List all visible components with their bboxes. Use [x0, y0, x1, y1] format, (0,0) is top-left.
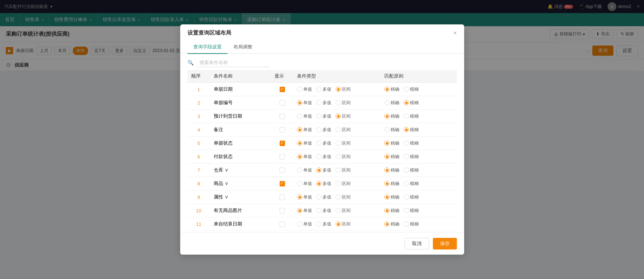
modal-overlay: 设置查询区域布局 × 查询字段设置 布局调整 🔍 顺序 条件名称 显示 条件类型	[0, 0, 644, 71]
search-input[interactable]	[197, 58, 269, 67]
modal-table-wrap: 顺序 条件名称 显示 条件类型 匹配原则 1单据日期单值多值区间精确模糊2单据编…	[180, 70, 464, 71]
conditions-table: 顺序 条件名称 显示 条件类型 匹配原则 1单据日期单值多值区间精确模糊2单据编…	[187, 70, 457, 71]
th-match: 匹配原则	[381, 70, 457, 71]
table-header-row: 顺序 条件名称 显示 条件类型 匹配原则	[187, 70, 457, 71]
tab-query-fields[interactable]: 查询字段设置	[187, 41, 228, 54]
modal-close-btn[interactable]: ×	[453, 30, 457, 36]
th-type: 条件类型	[293, 70, 381, 71]
modal-header: 设置查询区域布局 ×	[180, 24, 464, 36]
tab-layout-adjust[interactable]: 布局调整	[228, 41, 258, 54]
settings-modal: 设置查询区域布局 × 查询字段设置 布局调整 🔍 顺序 条件名称 显示 条件类型	[180, 24, 464, 71]
th-show: 显示	[271, 70, 294, 71]
th-seq: 顺序	[187, 70, 210, 71]
search-icon: 🔍	[187, 60, 194, 66]
th-name: 条件名称	[210, 70, 271, 71]
modal-tabs: 查询字段设置 布局调整	[180, 41, 464, 54]
modal-title: 设置查询区域布局	[187, 30, 231, 36]
modal-search-area: 🔍	[180, 54, 464, 70]
